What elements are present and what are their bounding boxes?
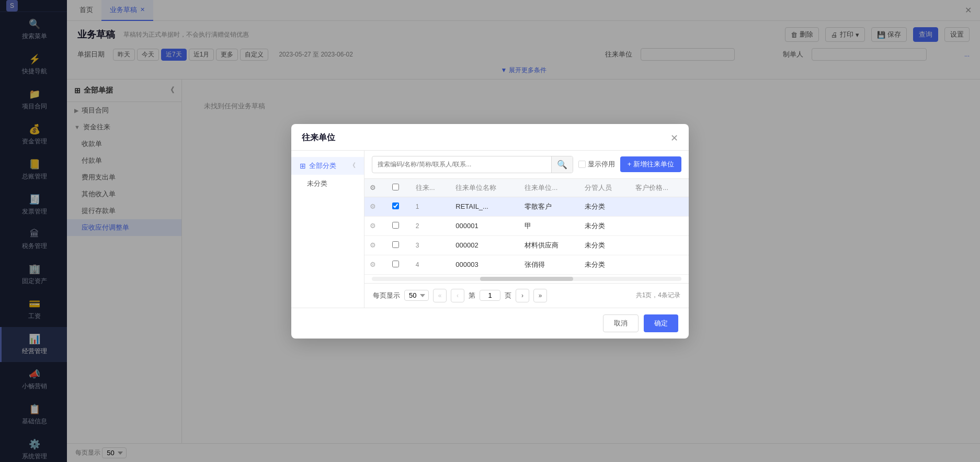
row-category: 未分类 — [579, 197, 630, 216]
row-settings-icon[interactable]: ⚙ — [370, 222, 376, 230]
next-page-btn[interactable]: › — [516, 289, 529, 302]
dialog-close-btn[interactable]: ✕ — [670, 132, 678, 144]
dialog-search-btn[interactable]: 🔍 — [551, 156, 573, 173]
page-label: 页 — [505, 291, 511, 300]
row-num: 1 — [411, 197, 451, 216]
select-all-checkbox[interactable] — [392, 184, 399, 190]
show-disabled-checkbox[interactable] — [578, 161, 586, 168]
col-manager: 分管人员 — [579, 179, 630, 197]
row-name: 材料供应商 — [519, 235, 579, 255]
dialog-sidebar-arrow[interactable]: 《 — [349, 161, 356, 170]
row-manager — [630, 197, 689, 216]
dialog-confirm-btn[interactable]: 确定 — [644, 314, 678, 332]
table-row[interactable]: ⚙ 4 000003 张俏得 未分类 — [364, 255, 689, 274]
row-name: 张俏得 — [519, 255, 579, 274]
prev-page-btn[interactable]: ‹ — [451, 289, 464, 302]
row-category: 未分类 — [579, 216, 630, 235]
dialog-overlay: 往来单位 ✕ ⊞ 全部分类 《 未分类 — [0, 0, 980, 462]
row-code: RETAIL_... — [450, 197, 519, 216]
row-num: 4 — [411, 255, 451, 274]
row-code: 000001 — [450, 216, 519, 235]
row-category: 未分类 — [579, 235, 630, 255]
dialog-main: 🔍 显示停用 + 新增往来单位 ⚙ — [364, 151, 689, 308]
dialog-search-input[interactable] — [372, 157, 551, 171]
dialog-page-size-select[interactable]: 50 — [404, 290, 429, 301]
dialog-scrollbar[interactable] — [372, 277, 681, 281]
dialog-body: ⊞ 全部分类 《 未分类 🔍 显示停用 — [291, 151, 689, 308]
row-num: 2 — [411, 216, 451, 235]
row-manager — [630, 255, 689, 274]
row-name: 零散客户 — [519, 197, 579, 216]
dialog-toolbar: 🔍 显示停用 + 新增往来单位 — [364, 151, 689, 179]
row-settings-icon[interactable]: ⚙ — [370, 261, 376, 268]
col-name: 往来单位名称 — [450, 179, 519, 197]
dialog-cancel-btn[interactable]: 取消 — [603, 314, 639, 332]
dialog-footer: 取消 确定 — [291, 308, 689, 339]
page-number-input[interactable] — [480, 290, 500, 301]
row-num: 3 — [411, 235, 451, 255]
dialog-pagination: 每页显示 50 « ‹ 第 页 › » 共1页，4条记录 — [364, 283, 689, 308]
row-code: 000002 — [450, 235, 519, 255]
row-manager — [630, 235, 689, 255]
dialog-sidebar-all-categories[interactable]: ⊞ 全部分类 《 — [291, 157, 364, 175]
dialog-header: 往来单位 ✕ — [291, 124, 689, 151]
row-checkbox[interactable] — [392, 241, 399, 248]
dialog-title: 往来单位 — [302, 132, 335, 143]
row-name: 甲 — [519, 216, 579, 235]
row-checkbox[interactable] — [392, 202, 399, 209]
dialog-grid-icon: ⊞ — [300, 162, 306, 170]
col-checkbox[interactable] — [387, 179, 411, 197]
table-row[interactable]: ⚙ 2 000001 甲 未分类 — [364, 216, 689, 235]
dialog-search: 🔍 — [372, 156, 573, 173]
first-page-btn[interactable]: « — [433, 289, 447, 302]
table-row[interactable]: ⚙ 1 RETAIL_... 零散客户 未分类 — [364, 197, 689, 216]
add-partner-btn[interactable]: + 新增往来单位 — [620, 156, 681, 172]
show-disabled-option: 显示停用 — [578, 160, 615, 169]
col-code: 往来... — [411, 179, 451, 197]
dialog-sidebar: ⊞ 全部分类 《 未分类 — [291, 151, 364, 308]
total-info: 共1页，4条记录 — [636, 291, 680, 300]
last-page-btn[interactable]: » — [533, 289, 547, 302]
partner-dialog: 往来单位 ✕ ⊞ 全部分类 《 未分类 — [291, 124, 689, 339]
row-checkbox[interactable] — [392, 222, 399, 229]
row-settings-icon[interactable]: ⚙ — [370, 202, 376, 210]
row-manager — [630, 216, 689, 235]
dialog-table-wrap: ⚙ 往来... 往来单位名称 往来单位... 分管人员 客户价格... ⚙ — [364, 179, 689, 275]
row-code: 000003 — [450, 255, 519, 274]
col-category: 往来单位... — [519, 179, 579, 197]
row-settings-icon[interactable]: ⚙ — [370, 241, 376, 249]
col-settings[interactable]: ⚙ — [364, 179, 387, 197]
col-price: 客户价格... — [630, 179, 689, 197]
dialog-table: ⚙ 往来... 往来单位名称 往来单位... 分管人员 客户价格... ⚙ — [364, 179, 689, 275]
dialog-scroll-thumb — [480, 277, 573, 281]
dialog-sidebar-unclassified[interactable]: 未分类 — [291, 175, 364, 193]
page-label-first: 第 — [469, 291, 475, 300]
row-checkbox[interactable] — [392, 261, 399, 267]
table-row[interactable]: ⚙ 3 000002 材料供应商 未分类 — [364, 235, 689, 255]
row-category: 未分类 — [579, 255, 630, 274]
